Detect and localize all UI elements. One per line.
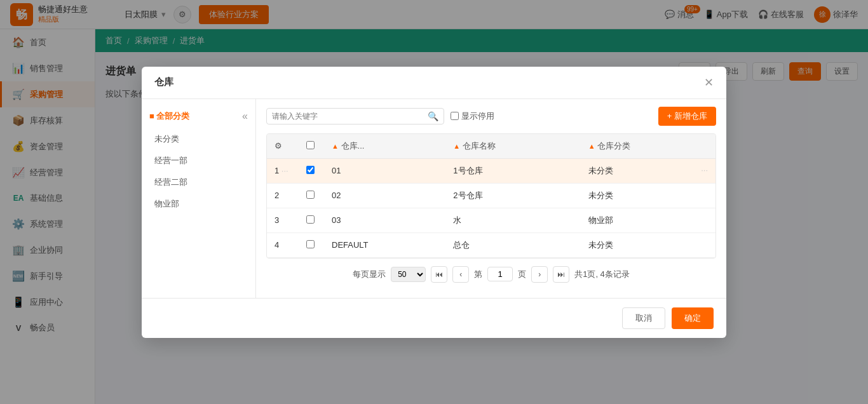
table-row[interactable]: 1 ··· 01 1号仓库 未分类··· — [267, 158, 715, 183]
row-no: 4 — [267, 232, 299, 257]
row-name: 水 — [445, 208, 580, 232]
sort-icon: ▲ — [332, 142, 339, 150]
row-select[interactable] — [299, 232, 324, 257]
page-size-select[interactable]: 50 100 200 — [391, 267, 426, 282]
warehouse-table: ⚙ ▲ 仓库... ▲ — [266, 133, 716, 259]
confirm-button[interactable]: 确定 — [672, 307, 714, 329]
table-header-row: ⚙ ▲ 仓库... ▲ — [267, 134, 715, 159]
row-category: 物业部 — [581, 208, 715, 232]
search-input[interactable] — [272, 112, 428, 121]
show-disabled-checkbox[interactable] — [451, 112, 459, 120]
row-category: 未分类 — [581, 232, 715, 257]
add-warehouse-button[interactable]: + 新增仓库 — [658, 107, 716, 126]
pagination: 每页显示 50 100 200 ⏮ ‹ 第 页 › ⏭ 共1页, 4条记录 — [266, 259, 716, 290]
col-name: ▲ 仓库名称 — [445, 134, 580, 159]
row-name: 1号仓库 — [445, 158, 580, 183]
category-item-unclassified[interactable]: 未分类 — [142, 128, 255, 150]
row-category: 未分类··· — [581, 158, 715, 183]
dialog-main: 🔍 显示停用 + 新增仓库 ⚙ — [256, 99, 726, 298]
category-item-ops2[interactable]: 经营二部 — [142, 172, 255, 193]
row-select[interactable] — [299, 183, 324, 208]
cancel-button[interactable]: 取消 — [622, 307, 665, 329]
category-item-ops1[interactable]: 经营一部 — [142, 150, 255, 172]
row-select[interactable] — [299, 158, 324, 183]
row-no: 2 — [267, 183, 299, 208]
dialog-header: 仓库 ✕ — [142, 67, 726, 99]
col-checkbox — [299, 134, 324, 159]
select-all-checkbox[interactable] — [306, 141, 315, 149]
dialog-title: 仓库 — [154, 76, 173, 88]
category-item-property[interactable]: 物业部 — [142, 193, 255, 215]
dialog-toolbar: 🔍 显示停用 + 新增仓库 — [266, 107, 716, 126]
all-categories-label[interactable]: ■ 全部分类 — [149, 111, 189, 122]
prev-page-button[interactable]: ‹ — [452, 266, 469, 283]
show-disabled-toggle[interactable]: 显示停用 — [451, 111, 494, 122]
row-name: 2号仓库 — [445, 183, 580, 208]
next-page-button[interactable]: › — [531, 266, 548, 283]
dialog-close-button[interactable]: ✕ — [704, 76, 714, 90]
dialog-sidebar-header: ■ 全部分类 « — [142, 107, 255, 128]
row-no: 1 ··· — [267, 158, 299, 183]
table-row[interactable]: 4 DEFAULT 总仓 未分类 — [267, 232, 715, 257]
sort-icon3: ▲ — [588, 142, 595, 150]
collapse-sidebar-button[interactable]: « — [242, 111, 248, 122]
row-code: 01 — [324, 158, 445, 183]
sort-icon2: ▲ — [453, 142, 460, 150]
col-settings: ⚙ — [267, 134, 299, 159]
col-code: ▲ 仓库... — [324, 134, 445, 159]
search-icon: 🔍 — [428, 111, 438, 121]
warehouse-dialog: 仓库 ✕ ■ 全部分类 « 未分类 经营一部 经营二部 — [142, 67, 726, 338]
row-code: 02 — [324, 183, 445, 208]
last-page-button[interactable]: ⏭ — [553, 266, 569, 283]
page-number-input[interactable] — [487, 267, 513, 281]
row-name: 总仓 — [445, 232, 580, 257]
table-row[interactable]: 3 03 水 物业部 — [267, 208, 715, 232]
row-select[interactable] — [299, 208, 324, 232]
first-page-button[interactable]: ⏮ — [431, 266, 447, 283]
row-category: 未分类 — [581, 183, 715, 208]
dialog-footer: 取消 确定 — [142, 298, 726, 338]
settings-col-icon[interactable]: ⚙ — [275, 141, 282, 151]
col-category: ▲ 仓库分类 — [581, 134, 715, 159]
row-code: DEFAULT — [324, 232, 445, 257]
modal-overlay[interactable]: 仓库 ✕ ■ 全部分类 « 未分类 经营一部 经营二部 — [0, 0, 868, 404]
dialog-body: ■ 全部分类 « 未分类 经营一部 经营二部 物业部 — [142, 99, 726, 298]
search-box[interactable]: 🔍 — [266, 108, 444, 125]
table-row[interactable]: 2 02 2号仓库 未分类 — [267, 183, 715, 208]
row-no: 3 — [267, 208, 299, 232]
dialog-sidebar: ■ 全部分类 « 未分类 经营一部 经营二部 物业部 — [142, 99, 256, 298]
row-code: 03 — [324, 208, 445, 232]
